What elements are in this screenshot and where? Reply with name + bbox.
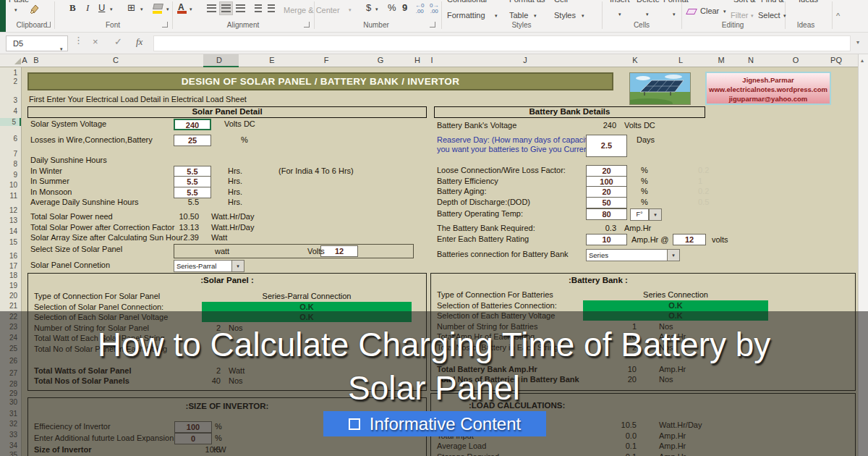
- column-header-C[interactable]: C: [113, 56, 119, 64]
- cell-input[interactable]: 5.5: [174, 187, 211, 198]
- select-all-corner[interactable]: [14, 58, 21, 64]
- row-header-2[interactable]: 2: [0, 77, 21, 85]
- cancel-icon[interactable]: ×: [93, 36, 98, 47]
- column-header-B[interactable]: B: [33, 56, 38, 64]
- column-header-H[interactable]: H: [414, 56, 420, 64]
- cell-input[interactable]: 12: [673, 234, 706, 245]
- column-header-A[interactable]: A: [22, 56, 27, 64]
- row-header-11[interactable]: 11: [0, 192, 21, 200]
- format-cells-button[interactable]: Format: [663, 0, 689, 4]
- row-header-7[interactable]: 7: [0, 150, 21, 158]
- dropdown-arrow-icon[interactable]: ▾: [232, 260, 244, 272]
- merge-dropdown-icon[interactable]: ▾: [349, 7, 352, 13]
- row-header-9[interactable]: 9: [0, 171, 21, 179]
- column-header-D[interactable]: D: [216, 56, 222, 64]
- paste-dropdown-icon[interactable]: ▾: [14, 7, 17, 13]
- underline-button[interactable]: U: [98, 2, 105, 13]
- row-header-8[interactable]: 8: [0, 160, 21, 168]
- delete-dropdown-icon[interactable]: ▾: [646, 12, 649, 17]
- conditional-formatting-top[interactable]: Conditional: [447, 0, 487, 4]
- cell-styles-button[interactable]: Styles: [554, 11, 576, 20]
- column-header-PQ[interactable]: PQ: [830, 56, 842, 64]
- column-header-I[interactable]: I: [430, 56, 433, 64]
- cell-input[interactable]: 5.5: [174, 166, 211, 177]
- column-header-N[interactable]: N: [748, 56, 754, 64]
- cell-input[interactable]: 12: [320, 245, 358, 257]
- row-header-20[interactable]: 20: [0, 292, 21, 300]
- conditional-formatting-button[interactable]: Formatting: [447, 11, 485, 20]
- number-dialog-launcher-icon[interactable]: [430, 22, 435, 28]
- row-header-4[interactable]: 4: [0, 107, 21, 115]
- column-header-J[interactable]: J: [523, 56, 527, 64]
- filter-button[interactable]: Filter: [731, 11, 748, 20]
- cell-input[interactable]: 20: [586, 186, 627, 198]
- row-header-13[interactable]: 13: [0, 216, 21, 224]
- formula-input[interactable]: [153, 35, 851, 51]
- align-center-icon[interactable]: [221, 4, 231, 12]
- row-header-15[interactable]: 15: [0, 238, 21, 246]
- clear-button[interactable]: Clear: [700, 7, 719, 15]
- align-left-icon[interactable]: [207, 4, 216, 12]
- cell-input[interactable]: 25: [174, 135, 211, 146]
- alignment-dialog-launcher-icon[interactable]: [304, 22, 310, 28]
- merge-center-button[interactable]: Merge & Center: [284, 6, 340, 14]
- column-header-L[interactable]: L: [678, 56, 683, 64]
- fx-icon[interactable]: fx: [136, 36, 142, 48]
- row-header-12[interactable]: 12: [0, 206, 21, 214]
- fill-color-icon[interactable]: [153, 4, 163, 9]
- row-header-5[interactable]: 5: [0, 118, 21, 126]
- row-header-3[interactable]: 3: [0, 96, 21, 104]
- format-dropdown-icon[interactable]: ▾: [673, 12, 676, 17]
- font-color-dropdown-icon[interactable]: ▾: [190, 7, 192, 12]
- name-box[interactable]: D5▾: [6, 35, 68, 51]
- temp-dropdown-icon[interactable]: ▾: [649, 208, 662, 221]
- decrease-indent-icon[interactable]: [255, 4, 262, 12]
- row-header-1[interactable]: 1: [0, 69, 21, 77]
- collapse-ribbon-icon[interactable]: ^: [836, 12, 840, 20]
- row-header-17[interactable]: 17: [0, 262, 21, 270]
- underline-dropdown-icon[interactable]: ▾: [110, 7, 113, 12]
- column-header-F[interactable]: F: [324, 56, 329, 64]
- column-header-O[interactable]: O: [793, 56, 799, 64]
- format-painter-icon[interactable]: [29, 4, 40, 14]
- author-email[interactable]: jiguparmar@yahoo.com: [707, 94, 830, 104]
- increase-decimal-icon[interactable]: ←0.00: [415, 3, 424, 14]
- cell-input[interactable]: 50: [586, 197, 627, 208]
- dropdown-select[interactable]: Series▾: [586, 249, 680, 261]
- author-website[interactable]: www.electricalnotes.wordpress.com: [707, 85, 830, 94]
- decrease-decimal-icon[interactable]: 0→.00: [430, 3, 438, 14]
- column-header-E[interactable]: E: [269, 56, 274, 64]
- dropdown-arrow-icon[interactable]: ▾: [668, 249, 680, 261]
- dropdown-value[interactable]: Series-Parral: [174, 260, 232, 272]
- insert-dropdown-icon[interactable]: ▾: [618, 12, 621, 17]
- formula-bar-expand-icon[interactable]: ▾: [856, 39, 859, 46]
- row-header-16[interactable]: 16: [0, 252, 21, 260]
- row-header-18[interactable]: 18: [0, 271, 21, 279]
- sort-filter-top[interactable]: Sort &: [733, 0, 756, 4]
- cell-input[interactable]: 20: [586, 165, 627, 177]
- row-header-6[interactable]: 6: [0, 135, 21, 143]
- row-header-10[interactable]: 10: [0, 181, 21, 189]
- row-header-21[interactable]: 21: [0, 302, 21, 310]
- ideas-button[interactable]: Ideas: [799, 0, 818, 4]
- dropdown-value[interactable]: Series: [586, 249, 668, 261]
- enter-icon[interactable]: ✓: [114, 36, 122, 47]
- format-as-table-button[interactable]: Table: [509, 11, 528, 20]
- temp-unit-cell[interactable]: F°: [630, 208, 649, 221]
- fill-dropdown-icon[interactable]: ▾: [166, 7, 169, 12]
- name-box-dropdown-icon[interactable]: ▾: [60, 42, 63, 56]
- borders-icon[interactable]: ⊞: [127, 2, 135, 13]
- cell-input[interactable]: 5.5: [174, 176, 211, 187]
- increase-indent-icon[interactable]: [268, 4, 275, 12]
- cell-input[interactable]: 2.5: [586, 135, 627, 157]
- column-header-K[interactable]: K: [632, 56, 637, 64]
- cell-input[interactable]: 10: [586, 234, 627, 245]
- align-right-icon[interactable]: [236, 4, 245, 12]
- cell-input[interactable]: 80: [586, 208, 627, 220]
- paste-button[interactable]: Paste: [9, 0, 29, 4]
- row-header-19[interactable]: 19: [0, 282, 21, 290]
- format-as-table-top[interactable]: Format as: [509, 0, 545, 4]
- find-select-top[interactable]: Find &: [761, 0, 784, 4]
- bold-button[interactable]: B: [69, 2, 76, 14]
- column-header-G[interactable]: G: [378, 56, 384, 64]
